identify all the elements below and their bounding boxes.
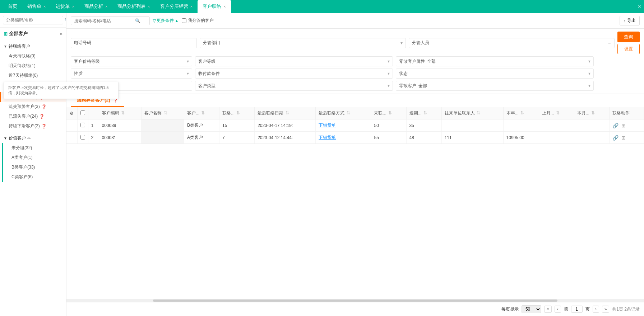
nature-filter[interactable]: 性质 ▾: [71, 69, 192, 79]
close-sales-icon[interactable]: ×: [43, 0, 46, 13]
th-this-year[interactable]: 本年... ⇅: [503, 107, 539, 119]
next-page-btn[interactable]: ›: [593, 306, 599, 313]
th-checkbox[interactable]: [77, 107, 88, 119]
th-this-month[interactable]: 本月... ⇅: [574, 107, 609, 119]
arrow-down-icon: ▼: [4, 44, 7, 48]
prev-page-btn[interactable]: ‹: [555, 306, 561, 313]
person-dots-icon: ···: [608, 41, 611, 46]
th-last-month[interactable]: 上月... ⇅: [539, 107, 574, 119]
per-page-select[interactable]: 50 100 200: [522, 305, 541, 313]
more-conditions-btn[interactable]: ▽ 更多条件 ▲: [153, 18, 179, 24]
main-search-input[interactable]: [74, 18, 135, 23]
th-contact[interactable]: 联络... ⇅: [219, 107, 255, 119]
th-name[interactable]: 客户名称 ⇅: [142, 107, 184, 119]
td-contact: 15: [219, 119, 255, 132]
td-checkbox[interactable]: [77, 119, 88, 132]
select-all-checkbox[interactable]: [80, 110, 85, 115]
row-checkbox-0[interactable]: [80, 123, 85, 127]
global-close-icon[interactable]: ×: [638, 3, 641, 10]
sort-uncontact-icon: ⇅: [388, 110, 392, 115]
nav-customer-contact[interactable]: 客户联络 ×: [198, 0, 231, 13]
nav-customer-layer[interactable]: 客户分层经营 ×: [155, 0, 198, 13]
arrow-down-value-icon: ▼: [4, 136, 7, 140]
action-link-icon[interactable]: 🔗: [612, 123, 618, 128]
th-code[interactable]: 客户编码 ⇅: [99, 107, 142, 119]
page-suffix: 页: [585, 306, 590, 312]
td-last-method[interactable]: 下销货单: [316, 132, 371, 144]
export-btn[interactable]: ↑ 导出: [620, 16, 640, 25]
nav-sales[interactable]: 销售单 ×: [22, 0, 51, 13]
sort-method-icon: ⇅: [347, 110, 350, 115]
main-layout: 🔍 ⊞ 全部客户 » ▼ 待联络客户 今天待联络(0) 明天待联络(1) 近7天…: [0, 13, 644, 316]
filter-actions: 查询 设置: [617, 32, 640, 54]
last-page-btn[interactable]: »: [602, 306, 610, 313]
scrollbar-thumb[interactable]: [153, 300, 557, 302]
page-label: 第: [564, 306, 568, 312]
top-nav: 首页 销售单 × 进货单 × 商品分析 × 商品分析列表 × 客户分层经营 × …: [0, 0, 644, 13]
sidebar-item-today[interactable]: 今天待联络(0): [0, 51, 66, 61]
action-grid-icon[interactable]: ⊞: [621, 123, 626, 128]
export-icon: ↑: [624, 18, 626, 23]
sidebar-search-input[interactable]: [3, 16, 63, 24]
price-level-filter[interactable]: 客户价格等级 ▾: [71, 56, 192, 66]
sidebar-item-c-class[interactable]: C类客户(6): [3, 172, 66, 182]
sidebar-item-declining[interactable]: 持续下滑客户(2) ❓: [0, 121, 66, 131]
th-type[interactable]: 客户... ⇅: [184, 107, 219, 119]
sort-type-icon: ⇅: [201, 110, 205, 115]
settings-btn[interactable]: 设置: [617, 44, 640, 54]
close-customer-contact-icon[interactable]: ×: [223, 0, 226, 13]
th-last-date[interactable]: 最后联络日期 ⇅: [255, 107, 316, 119]
sidebar-item-churn-warning[interactable]: 流失预警客户(3) ❓: [0, 102, 66, 112]
close-product-list-icon[interactable]: ×: [148, 0, 150, 13]
sidebar-item-churned[interactable]: 已流失客户(24) ❓: [0, 112, 66, 121]
nav-product-analysis[interactable]: 商品分析 ×: [79, 0, 112, 13]
nav-home[interactable]: 首页: [3, 0, 22, 13]
main-search-icon[interactable]: 🔍: [135, 18, 140, 23]
close-product-analysis-icon[interactable]: ×: [105, 0, 107, 13]
sidebar-item-tomorrow[interactable]: 明天待联络(1): [0, 61, 66, 71]
close-purchase-icon[interactable]: ×: [72, 0, 74, 13]
nav-product-analysis-list[interactable]: 商品分析列表 ×: [112, 0, 155, 13]
td-settings: [66, 132, 77, 144]
query-btn[interactable]: 查询: [617, 32, 640, 42]
nav-purchase[interactable]: 进货单 ×: [51, 0, 79, 13]
phone-filter[interactable]: 电话号码: [71, 38, 197, 48]
th-settings[interactable]: ⚙: [66, 107, 77, 119]
customer-level-filter[interactable]: 客户等级 ▾: [195, 56, 393, 66]
th-num: [88, 107, 99, 119]
th-uncontact[interactable]: 未联... ⇅: [371, 107, 406, 119]
first-page-btn[interactable]: «: [544, 306, 552, 313]
sidebar-value-header[interactable]: ▼ 价值客户 ✏: [0, 133, 66, 143]
th-last-method[interactable]: 最后联络方式 ⇅: [316, 107, 371, 119]
retail-customer-filter[interactable]: 零散客户 全部 ▾: [396, 81, 594, 91]
row-checkbox-1[interactable]: [80, 135, 85, 140]
dept-filter[interactable]: 分管部门 ▾: [200, 38, 406, 48]
sidebar-item-b-class[interactable]: B类客户(33): [3, 162, 66, 172]
action-grid-icon[interactable]: ⊞: [621, 135, 626, 141]
retail-attr-filter[interactable]: 零散客户属性 全部 ▾: [396, 56, 594, 66]
td-name: [142, 119, 184, 132]
td-last-method[interactable]: 下销货单: [316, 119, 371, 132]
sidebar-item-ungrouped[interactable]: 未分组(32): [3, 143, 66, 153]
sort-month-icon: ⇅: [591, 110, 595, 115]
sidebar-item-7days[interactable]: 近7天待联络(0): [0, 71, 66, 80]
payment-filter[interactable]: 收付款条件 ▾: [195, 69, 393, 79]
sidebar-collapse-btn[interactable]: »: [60, 31, 62, 37]
my-customers-checkbox[interactable]: [182, 18, 186, 23]
bottom-scrollbar[interactable]: [66, 299, 644, 302]
td-action: 🔗 ⊞: [609, 132, 644, 144]
edit-icon[interactable]: ✏: [27, 136, 31, 141]
sidebar-item-a-class[interactable]: A类客户(1): [3, 153, 66, 162]
status-filter[interactable]: 状态 ▾: [396, 69, 594, 79]
td-settings: [66, 119, 77, 132]
sidebar-pending-header[interactable]: ▼ 待联络客户: [0, 42, 66, 51]
th-overdue[interactable]: 逾期... ⇅: [406, 107, 441, 119]
customer-type-filter[interactable]: 客户类型 ▾: [195, 81, 393, 91]
close-customer-layer-icon[interactable]: ×: [190, 0, 193, 13]
retail-attr-caret-icon: ▾: [588, 59, 590, 64]
person-filter[interactable]: 分管人员 ···: [409, 38, 615, 48]
th-company-contact[interactable]: 往来单位联系人 ⇅: [441, 107, 503, 119]
page-input[interactable]: [571, 306, 583, 313]
td-checkbox[interactable]: [77, 132, 88, 144]
action-link-icon[interactable]: 🔗: [612, 135, 618, 141]
